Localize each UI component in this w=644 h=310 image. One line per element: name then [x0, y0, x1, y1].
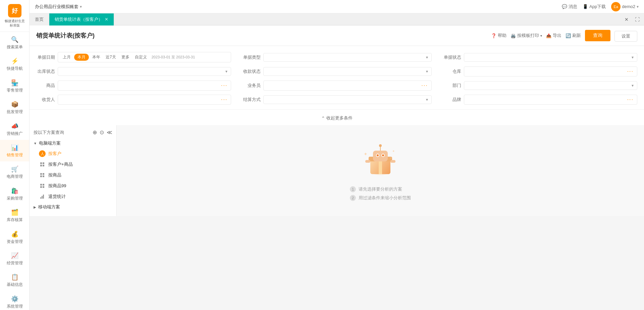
filter-warehouse-control[interactable]: ···	[464, 66, 637, 76]
filter-settlement-control[interactable]: ▾	[263, 95, 431, 104]
sidebar-finance-label: 资金管理	[7, 239, 23, 244]
filter-row-3: 商品 ··· 业务员 ··· 部门 ▾	[30, 79, 644, 93]
right-content: ✦ ✦ ✦ 1 请先选择要分析的方案	[117, 125, 644, 216]
date-opt-more[interactable]: 更多	[119, 54, 131, 61]
chevron-right-icon: ▶	[34, 205, 36, 209]
tab-home[interactable]: 首页	[30, 13, 49, 25]
svg-rect-20	[373, 151, 388, 161]
svg-rect-10	[40, 186, 42, 188]
svg-text:✦: ✦	[392, 149, 395, 153]
filter-doctype-label: 单据类型	[242, 54, 261, 60]
tab-bar: 首页 销货单统计表（按客户） ✕ ✕ ⛶	[30, 13, 644, 25]
query-btn[interactable]: 查询	[585, 30, 610, 41]
filter-receiptstatus-control[interactable]: ▾	[263, 67, 431, 76]
breadcrumb-text: 办公用品行业模拟账套	[35, 4, 78, 10]
sidebar-item-inventory[interactable]: 🗂️ 库存核算	[0, 205, 29, 226]
svg-text:✦: ✦	[390, 157, 392, 160]
filter-settlement-label: 结算方式	[242, 97, 261, 103]
sidebar-item-retail[interactable]: 🏪 零售管理	[0, 75, 29, 97]
app-download-btn[interactable]: 📱 App下载	[583, 4, 606, 10]
filter-date-label: 单据日期	[36, 54, 55, 60]
scheme-item-by-customer-goods[interactable]: 按客户+商品	[30, 159, 116, 170]
scheme-item-by-goods[interactable]: 按商品	[30, 170, 116, 180]
svg-rect-7	[43, 175, 44, 177]
template-print-btn[interactable]: 🖨️ 按模板打印 ▾	[511, 33, 542, 39]
purchase-icon: 🛍️	[11, 187, 18, 195]
filter-goods-control[interactable]: ···	[58, 81, 231, 91]
settings-btn[interactable]: 设置	[614, 31, 637, 42]
svg-rect-5	[43, 173, 44, 175]
export-btn[interactable]: 📤 导出	[546, 33, 561, 39]
sidebar-item-sales[interactable]: 📊 销售管理	[0, 140, 29, 161]
sidebar-retail-label: 零售管理	[7, 88, 23, 93]
filter-receiver-control[interactable]: ···	[58, 95, 231, 105]
sidebar-wholesale-label: 批发管理	[7, 109, 23, 114]
goods-dots: ···	[221, 83, 227, 89]
filter-receiver-label: 收货人	[36, 97, 55, 103]
sidebar-item-marketing[interactable]: 📣 营销推广	[0, 118, 29, 140]
breadcrumb-dropdown[interactable]: 办公用品行业模拟账套 ▾	[35, 4, 82, 10]
scheme-item-return-stats[interactable]: 退货统计	[30, 191, 116, 202]
mobile-scheme-group-header[interactable]: ▶ 移动端方案	[30, 202, 116, 212]
refresh-scheme-btn[interactable]: ⊙	[100, 129, 104, 136]
sidebar-marketing-label: 营销推广	[7, 131, 23, 136]
sidebar-item-system[interactable]: ⚙️ 系统管理	[0, 291, 29, 310]
desktop-scheme-group: ▼ 电脑端方案 人 按客户 按客户+商品	[30, 138, 116, 202]
tab-sales-stats[interactable]: 销货单统计表（按客户） ✕	[49, 13, 114, 25]
refresh-btn[interactable]: 🔄 刷新	[566, 33, 581, 39]
desktop-scheme-group-header[interactable]: ▼ 电脑端方案	[30, 138, 116, 148]
sidebar-item-operations[interactable]: 📈 经营管理	[0, 248, 29, 269]
sidebar-inventory-label: 库存核算	[7, 217, 23, 222]
collapse-panel-btn[interactable]: ≪	[107, 129, 112, 136]
filter-outstatus-control[interactable]: ▾	[58, 67, 231, 76]
svg-rect-9	[43, 184, 44, 186]
filter-goods-cell: 商品 ···	[36, 79, 236, 93]
sidebar-item-basic[interactable]: 📋 基础信息	[0, 269, 29, 291]
sidebar-item-purchase[interactable]: 🛍️ 采购管理	[0, 183, 29, 205]
scheme-item-by-goods-99[interactable]: 按商品99	[30, 180, 116, 191]
empty-tip-1: 1 请先选择要分析的方案	[350, 186, 411, 192]
svg-rect-3	[43, 165, 44, 166]
user-menu[interactable]: Ea demo2 ▾	[611, 2, 639, 11]
date-opt-custom[interactable]: 自定义	[133, 54, 149, 61]
help-btn[interactable]: ❓ 帮助	[491, 33, 506, 39]
close-window-btn[interactable]: ✕	[623, 15, 631, 23]
collapse-btn[interactable]: ⌃ 收起更多条件	[36, 112, 637, 121]
date-opt-prev-month[interactable]: 上月	[61, 54, 73, 61]
scheme-item-by-customer[interactable]: 人 按客户	[30, 148, 116, 159]
filter-salesperson-control[interactable]: ···	[263, 81, 431, 91]
logo-text: 畅捷通好生意 标准版	[5, 19, 25, 28]
filter-date-control[interactable]: 上月 本月 本年 近7天 更多 自定义 2023-03-01 至 2023-03…	[58, 52, 231, 62]
left-panel: 按以下方案查询 ⊕ ⊙ ≪ ▼ 电脑端方案 人	[30, 125, 117, 216]
filter-doctype-control[interactable]: ▾	[263, 53, 431, 62]
maximize-window-btn[interactable]: ⛶	[633, 15, 641, 23]
filter-department-cell: 部门 ▾	[437, 79, 637, 93]
message-btn[interactable]: 💬 消息	[562, 4, 577, 10]
svg-rect-6	[40, 175, 42, 177]
top-header: 办公用品行业模拟账套 ▾ 💬 消息 📱 App下载 Ea demo2 ▾	[30, 0, 644, 13]
sidebar-sales-label: 销售管理	[7, 153, 23, 157]
filter-department-control[interactable]: ▾	[464, 81, 637, 90]
triangle-down-icon: ▼	[34, 142, 37, 145]
add-scheme-btn[interactable]: ⊕	[93, 129, 97, 136]
date-opt-current-year[interactable]: 本年	[90, 54, 102, 61]
page-header: 销货单统计表(按客户) ❓ 帮助 🖨️ 按模板打印 ▾ 📤 导出 🔄 刷新	[30, 25, 644, 46]
filter-docstatus-control[interactable]: ▾	[464, 53, 637, 62]
date-opt-7days[interactable]: 近7天	[104, 54, 118, 61]
left-panel-actions: ⊕ ⊙ ≪	[93, 129, 112, 136]
tab-close-btn[interactable]: ✕	[105, 17, 108, 22]
sidebar-item-ecommerce[interactable]: 🛒 电商管理	[0, 161, 29, 183]
sidebar-item-search[interactable]: 🔍 搜索菜单	[0, 32, 29, 53]
svg-point-24	[382, 154, 384, 156]
sidebar-item-quicknav[interactable]: ⚡ 快捷导航	[0, 53, 29, 75]
date-opt-current-month[interactable]: 本月	[74, 54, 89, 61]
search-icon: 🔍	[11, 36, 18, 43]
export-icon: 📤	[546, 33, 551, 38]
sidebar-item-wholesale[interactable]: 📦 批发管理	[0, 97, 29, 118]
sidebar-item-finance[interactable]: 💰 资金管理	[0, 226, 29, 248]
filter-row-2: 出库状态 ▾ 收款状态 ▾ 仓库 ···	[30, 64, 644, 79]
filter-brand-control[interactable]: ···	[464, 95, 637, 105]
filter-settlement-cell: 结算方式 ▾	[236, 93, 437, 107]
sidebar-quicknav-label: 快捷导航	[7, 66, 23, 71]
by-customer-goods-icon	[39, 161, 46, 168]
